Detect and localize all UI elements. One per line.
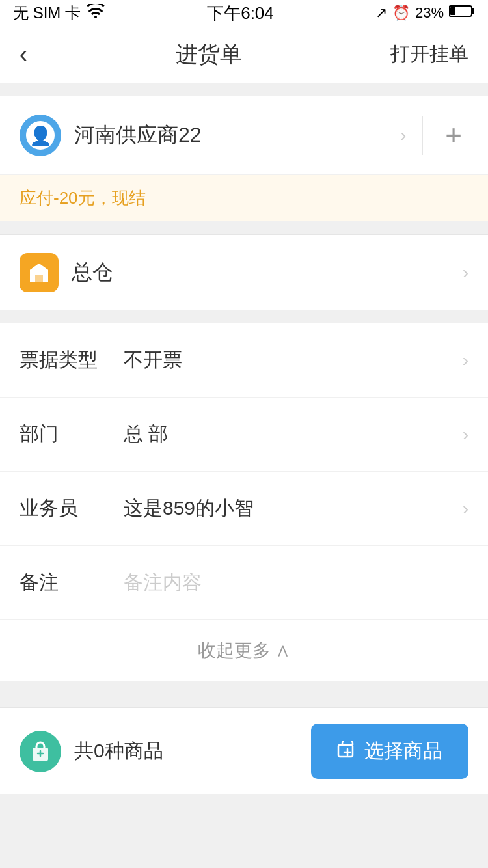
chevron-right-icon: › <box>400 125 406 146</box>
status-bar: 无 SIM 卡 下午6:04 ↗ ⏰ 23% <box>0 0 488 26</box>
svg-rect-3 <box>35 275 43 282</box>
collapse-bar[interactable]: 收起更多 ∧ <box>0 619 488 681</box>
status-right: ↗ ⏰ 23% <box>375 5 475 21</box>
supplier-name: 河南供应商22 <box>74 121 400 150</box>
remark-label: 备注 <box>20 569 98 596</box>
avatar: 👤 <box>20 115 61 156</box>
invoice-row[interactable]: 票据类型 不开票 › <box>0 323 488 398</box>
status-left: 无 SIM 卡 <box>13 3 105 23</box>
invoice-chevron-icon: › <box>463 350 468 371</box>
form-section: 票据类型 不开票 › 部门 总 部 › 业务员 这是859的小智 › 备注 备注… <box>0 323 488 619</box>
notice-text: 应付-20元，现结 <box>20 188 146 208</box>
select-product-button[interactable]: 选择商品 <box>311 724 468 779</box>
warehouse-chevron-icon: › <box>463 262 468 283</box>
select-btn-label: 选择商品 <box>364 738 442 765</box>
battery-text: 23% <box>415 5 444 21</box>
section-gap-2 <box>0 221 488 234</box>
bottom-bar: 共0种商品 选择商品 <box>0 707 488 794</box>
nav-bar: ‹ 进货单 打开挂单 <box>0 26 488 83</box>
person-icon: 👤 <box>29 125 52 146</box>
salesperson-row[interactable]: 业务员 这是859的小智 › <box>0 472 488 546</box>
warehouse-name: 总仓 <box>72 258 463 287</box>
add-button[interactable]: + <box>439 119 468 152</box>
invoice-value: 不开票 <box>98 347 463 373</box>
svg-rect-1 <box>472 8 474 14</box>
page-title: 进货单 <box>176 40 242 70</box>
location-icon: ↗ <box>375 5 387 21</box>
remark-row[interactable]: 备注 备注内容 <box>0 546 488 619</box>
warehouse-icon <box>20 253 59 292</box>
wifi-icon <box>86 4 105 22</box>
section-gap-1 <box>0 83 488 96</box>
battery-icon <box>449 5 475 21</box>
dept-row[interactable]: 部门 总 部 › <box>0 398 488 472</box>
notice-bar: 应付-20元，现结 <box>0 175 488 221</box>
product-count: 共0种商品 <box>74 738 311 765</box>
cart-icon <box>337 741 358 762</box>
svg-rect-5 <box>338 745 353 757</box>
salesperson-chevron-icon: › <box>463 498 468 519</box>
remark-input[interactable]: 备注内容 <box>98 569 468 596</box>
divider <box>422 116 423 155</box>
product-icon <box>20 731 61 772</box>
svg-rect-2 <box>450 7 455 15</box>
dept-chevron-icon: › <box>463 424 468 445</box>
dept-value: 总 部 <box>98 421 463 448</box>
section-gap-3 <box>0 681 488 694</box>
warehouse-row[interactable]: 总仓 › <box>0 234 488 310</box>
salesperson-label: 业务员 <box>20 495 98 522</box>
open-pending-button[interactable]: 打开挂单 <box>390 41 468 68</box>
dept-label: 部门 <box>20 421 98 448</box>
collapse-label: 收起更多 ∧ <box>198 640 291 660</box>
no-sim-text: 无 SIM 卡 <box>13 3 81 23</box>
back-button[interactable]: ‹ <box>20 41 27 68</box>
supplier-row[interactable]: 👤 河南供应商22 › + <box>0 96 488 175</box>
status-time: 下午6:04 <box>207 2 274 25</box>
supplier-section: 👤 河南供应商22 › + 应付-20元，现结 <box>0 96 488 221</box>
invoice-label: 票据类型 <box>20 347 98 373</box>
alarm-icon: ⏰ <box>392 5 410 21</box>
page-background <box>0 794 488 868</box>
salesperson-value: 这是859的小智 <box>98 495 463 522</box>
